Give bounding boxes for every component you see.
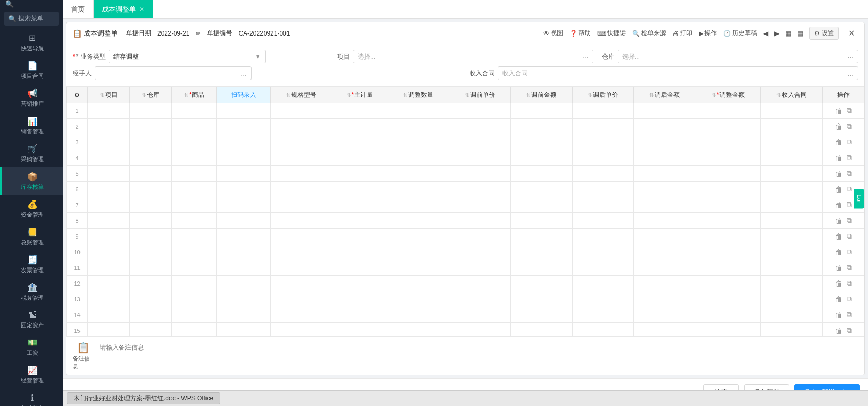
table-cell[interactable] bbox=[332, 182, 387, 197]
table-cell[interactable] bbox=[172, 213, 217, 229]
table-cell[interactable] bbox=[695, 150, 761, 166]
table-cell[interactable] bbox=[634, 323, 695, 337]
table-cell[interactable] bbox=[387, 182, 449, 197]
table-cell[interactable] bbox=[449, 276, 511, 291]
table-cell[interactable] bbox=[172, 307, 217, 323]
table-cell[interactable] bbox=[387, 323, 449, 337]
table-cell[interactable] bbox=[572, 323, 634, 337]
income-contract-dots[interactable]: ... bbox=[847, 69, 853, 77]
table-cell[interactable] bbox=[88, 323, 130, 337]
table-cell[interactable] bbox=[572, 260, 634, 276]
table-cell[interactable] bbox=[332, 276, 387, 291]
table-cell[interactable] bbox=[130, 229, 172, 244]
table-cell[interactable] bbox=[88, 307, 130, 323]
table-cell[interactable] bbox=[634, 119, 695, 134]
table-cell[interactable] bbox=[387, 260, 449, 276]
table-cell[interactable] bbox=[634, 166, 695, 182]
table-cell[interactable] bbox=[387, 134, 449, 150]
sidebar-item-ops-mgmt[interactable]: 📈 经营管理 bbox=[0, 361, 63, 389]
table-cell[interactable] bbox=[634, 103, 695, 119]
nav-right-button[interactable]: ▶ bbox=[774, 30, 779, 37]
table-cell[interactable] bbox=[270, 323, 332, 337]
row-delete-button[interactable]: 🗑 bbox=[834, 152, 843, 163]
table-cell[interactable] bbox=[172, 166, 217, 182]
income-contract-value[interactable]: 收入合同 ... bbox=[498, 66, 858, 80]
table-cell[interactable] bbox=[634, 260, 695, 276]
row-copy-button[interactable]: ⧉ bbox=[846, 137, 853, 148]
table-cell[interactable] bbox=[332, 166, 387, 182]
table-cell[interactable] bbox=[761, 197, 823, 213]
row-copy-button[interactable]: ⧉ bbox=[846, 278, 853, 289]
table-cell[interactable] bbox=[510, 119, 572, 134]
table-cell[interactable] bbox=[387, 119, 449, 134]
table-cell[interactable] bbox=[217, 276, 270, 291]
sidebar-item-project-contract[interactable]: 📄 项目合同 bbox=[0, 57, 63, 84]
table-cell[interactable] bbox=[130, 291, 172, 307]
table-cell[interactable] bbox=[332, 119, 387, 134]
table-cell[interactable] bbox=[88, 150, 130, 166]
table-cell[interactable] bbox=[761, 244, 823, 260]
table-cell[interactable] bbox=[88, 291, 130, 307]
table-cell[interactable] bbox=[88, 244, 130, 260]
notes-input[interactable] bbox=[98, 341, 858, 360]
project-dots[interactable]: ··· bbox=[583, 52, 589, 61]
table-cell[interactable] bbox=[761, 103, 823, 119]
biz-type-dropdown-icon[interactable]: ▼ bbox=[255, 53, 261, 60]
table-cell[interactable] bbox=[217, 229, 270, 244]
table-cell[interactable] bbox=[217, 323, 270, 337]
table-cell[interactable] bbox=[88, 213, 130, 229]
table-cell[interactable] bbox=[449, 213, 511, 229]
sidebar-item-tax-mgmt[interactable]: 🏦 税务管理 bbox=[0, 278, 63, 306]
table-cell[interactable] bbox=[217, 119, 270, 134]
project-value[interactable]: 选择... ··· bbox=[353, 50, 593, 63]
table-cell[interactable] bbox=[572, 276, 634, 291]
row-delete-button[interactable]: 🗑 bbox=[834, 168, 843, 179]
sidebar-item-purchase-mgmt[interactable]: 🛒 采购管理 bbox=[0, 140, 63, 167]
table-cell[interactable] bbox=[172, 182, 217, 197]
table-cell[interactable] bbox=[761, 276, 823, 291]
table-cell[interactable] bbox=[695, 244, 761, 260]
table-cell[interactable] bbox=[634, 213, 695, 229]
table-cell[interactable] bbox=[270, 213, 332, 229]
table-cell[interactable] bbox=[270, 166, 332, 182]
table-cell[interactable] bbox=[695, 276, 761, 291]
table-cell[interactable] bbox=[761, 291, 823, 307]
tab-close-icon[interactable]: ✕ bbox=[139, 6, 144, 13]
table-cell[interactable] bbox=[332, 197, 387, 213]
row-copy-button[interactable]: ⧉ bbox=[846, 262, 853, 273]
sidebar-item-invoice-mgmt[interactable]: 🧾 发票管理 bbox=[0, 251, 63, 278]
table-cell[interactable] bbox=[634, 244, 695, 260]
table-cell[interactable] bbox=[130, 276, 172, 291]
table-cell[interactable] bbox=[88, 197, 130, 213]
table-cell[interactable] bbox=[172, 244, 217, 260]
table-cell[interactable] bbox=[449, 323, 511, 337]
row-delete-button[interactable]: 🗑 bbox=[834, 105, 843, 116]
table-cell[interactable] bbox=[270, 182, 332, 197]
table-cell[interactable] bbox=[332, 323, 387, 337]
table-cell[interactable] bbox=[387, 307, 449, 323]
table-cell[interactable] bbox=[217, 134, 270, 150]
handler-dots[interactable]: ... bbox=[241, 69, 247, 77]
table-cell[interactable] bbox=[695, 134, 761, 150]
row-copy-button[interactable]: ⧉ bbox=[846, 105, 853, 116]
table-cell[interactable] bbox=[332, 307, 387, 323]
table-cell[interactable] bbox=[172, 103, 217, 119]
table-cell[interactable] bbox=[88, 166, 130, 182]
settings-button[interactable]: ⚙ 设置 bbox=[809, 27, 839, 40]
row-copy-button[interactable]: ⧉ bbox=[846, 325, 853, 336]
row-copy-button[interactable]: ⧉ bbox=[846, 231, 853, 242]
table-cell[interactable] bbox=[695, 323, 761, 337]
table-cell[interactable] bbox=[387, 291, 449, 307]
table-cell[interactable] bbox=[130, 244, 172, 260]
table-cell[interactable] bbox=[88, 182, 130, 197]
table-cell[interactable] bbox=[387, 244, 449, 260]
table-cell[interactable] bbox=[510, 291, 572, 307]
table-cell[interactable] bbox=[634, 276, 695, 291]
table-cell[interactable] bbox=[270, 103, 332, 119]
table-cell[interactable] bbox=[449, 150, 511, 166]
table-cell[interactable] bbox=[761, 323, 823, 337]
row-copy-button[interactable]: ⧉ bbox=[846, 152, 853, 163]
table-cell[interactable] bbox=[217, 150, 270, 166]
table-cell[interactable] bbox=[449, 291, 511, 307]
table-cell[interactable] bbox=[510, 166, 572, 182]
